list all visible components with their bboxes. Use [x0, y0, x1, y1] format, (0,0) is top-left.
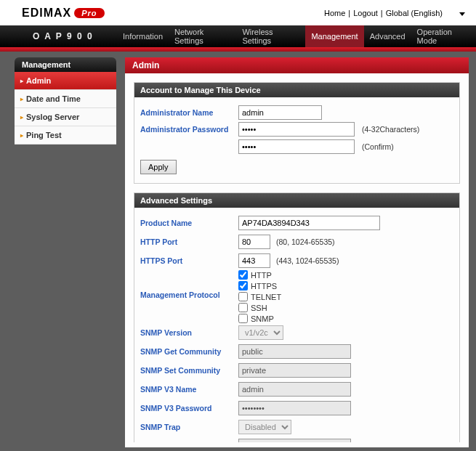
http-port-input[interactable]	[238, 235, 270, 249]
snmp-v3-name-input	[238, 382, 351, 397]
admin-password-confirm-input[interactable]	[238, 139, 355, 154]
chevron-down-icon	[459, 12, 465, 16]
page-title: Admin	[125, 57, 469, 73]
ssh-checkbox[interactable]	[238, 303, 248, 312]
mgmt-protocol-label: Management Protocol	[140, 270, 238, 301]
ssh-checkbox-label: SSH	[251, 304, 267, 312]
https-port-label: HTTPS Port	[140, 255, 238, 267]
advanced-panel: Advanced Settings Product Name HTTP Port…	[134, 192, 460, 442]
admin-name-input[interactable]	[238, 105, 322, 120]
snmp-version-select: v1/v2c	[238, 325, 283, 340]
triangle-icon: ▸	[20, 114, 23, 121]
snmp-checkbox-label: SNMP	[251, 314, 274, 323]
https-checkbox-label: HTTPS	[251, 282, 277, 290]
triangle-icon: ▸	[20, 96, 23, 102]
product-name-label: Product Name	[140, 217, 238, 229]
https-checkbox[interactable]	[238, 281, 248, 290]
sidebar-item-label: Syslog Server	[26, 113, 79, 121]
account-panel: Account to Manage This Device Administra…	[134, 82, 460, 184]
sidebar-item-syslog-server[interactable]: ▸Syslog Server	[15, 108, 116, 126]
sidebar-item-admin[interactable]: ▸Admin	[15, 72, 116, 90]
telnet-checkbox-label: TELNET	[251, 293, 281, 301]
snmp-set-community-input	[238, 363, 351, 378]
snmp-v3-name-label: SNMP V3 Name	[140, 383, 238, 395]
snmp-get-community-input	[238, 344, 351, 359]
main-nav: O A P 9 0 0 InformationNetwork SettingsW…	[0, 25, 476, 47]
snmp-v3-password-input	[238, 401, 351, 415]
snmp-trap-label: SNMP Trap	[140, 421, 238, 433]
http-checkbox-label: HTTP	[251, 271, 272, 280]
advanced-panel-header: Advanced Settings	[134, 193, 459, 208]
sidebar-item-date-and-time[interactable]: ▸Date and Time	[15, 90, 116, 108]
triangle-icon: ▸	[20, 132, 23, 139]
snmp-trap-select: Disabled	[238, 420, 291, 434]
nav-item-wireless-settings[interactable]: Wireless Settings	[236, 25, 305, 47]
snmp-checkbox[interactable]	[238, 314, 248, 323]
language-label: Global (English)	[386, 9, 443, 17]
admin-password-input[interactable]	[238, 122, 355, 137]
admin-password-label: Administrator Password	[140, 122, 238, 135]
nav-item-advanced[interactable]: Advanced	[364, 25, 411, 47]
logout-link[interactable]: Logout	[353, 9, 378, 17]
account-panel-header: Account to Manage This Device	[134, 83, 459, 97]
sidebar-item-label: Ping Test	[26, 131, 62, 139]
sidebar-item-label: Date and Time	[26, 94, 81, 103]
sidebar: Management ▸Admin▸Date and Time▸Syslog S…	[15, 57, 116, 447]
snmp-get-community-label: SNMP Get Community	[140, 346, 238, 357]
product-name-input[interactable]	[238, 216, 380, 230]
logo-text: EDIMAX	[22, 7, 71, 20]
sidebar-title: Management	[15, 57, 116, 72]
http-port-hint: (80, 1024-65535)	[276, 237, 335, 246]
protocol-checkbox-group: HTTP HTTPS TELNET SSH SNMP	[238, 270, 281, 323]
https-port-hint: (443, 1024-65535)	[276, 256, 339, 265]
http-checkbox[interactable]	[238, 270, 248, 280]
telnet-checkbox[interactable]	[238, 292, 248, 301]
top-header: EDIMAX Pro Home | Logout | Global (Engli…	[0, 0, 476, 25]
logo-pro-badge: Pro	[74, 8, 104, 18]
https-port-input[interactable]	[238, 253, 270, 268]
confirm-hint: (Confirm)	[362, 142, 394, 151]
password-hint: (4-32Characters)	[362, 125, 419, 134]
sidebar-item-ping-test[interactable]: ▸Ping Test	[15, 126, 116, 145]
snmp-trap-community-label: SNMP Trap Community	[140, 440, 238, 442]
header-right: Home | Logout | Global (English)	[324, 9, 465, 17]
logo: EDIMAX Pro	[22, 7, 105, 20]
http-port-label: HTTP Port	[140, 236, 238, 248]
snmp-version-label: SNMP Version	[140, 327, 238, 338]
nav-item-information[interactable]: Information	[117, 25, 169, 47]
language-selector[interactable]: Global (English)	[386, 9, 465, 17]
triangle-icon: ▸	[20, 78, 23, 84]
home-link[interactable]: Home	[324, 9, 345, 17]
main-content: Admin Account to Manage This Device Admi…	[125, 57, 469, 447]
snmp-set-community-label: SNMP Set Community	[140, 365, 238, 376]
nav-item-network-settings[interactable]: Network Settings	[169, 25, 236, 47]
apply-button-account[interactable]: Apply	[140, 160, 177, 174]
admin-name-label: Administrator Name	[140, 107, 238, 118]
snmp-trap-community-input	[238, 439, 351, 442]
model-name: O A P 9 0 0	[0, 31, 117, 41]
nav-item-operation-mode[interactable]: Operation Mode	[411, 25, 476, 47]
sidebar-item-label: Admin	[26, 76, 51, 85]
nav-item-management[interactable]: Management	[305, 25, 363, 47]
snmp-v3-password-label: SNMP V3 Password	[140, 402, 238, 414]
